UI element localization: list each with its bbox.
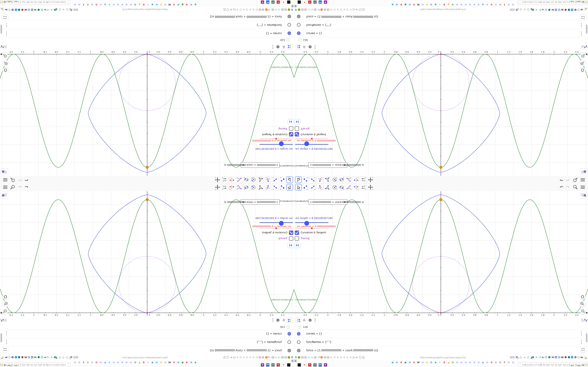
tab-favicon[interactable]: ✿ <box>164 361 167 364</box>
tool-caret-icon[interactable] <box>328 189 330 190</box>
algebra-panel-toggle-icon[interactable] <box>0 318 7 323</box>
play-step-button[interactable] <box>294 119 300 124</box>
curvature-tangent-checkbox[interactable] <box>289 231 293 235</box>
taskbar-screen-tool-button[interactable]: ▭ <box>287 363 291 367</box>
extension-folder-icon[interactable] <box>541 8 545 11</box>
extension-dot-icon[interactable] <box>21 356 24 359</box>
play-step-button[interactable] <box>288 119 294 124</box>
lock-icon[interactable] <box>223 356 226 359</box>
function-input-box[interactable]: 1.000000000000 + cos(4.000000000000 x) <box>308 199 347 205</box>
tool-polygon-button[interactable] <box>324 184 330 190</box>
tab-favicon[interactable]: f <box>82 361 85 364</box>
menu-icon[interactable] <box>3 177 8 183</box>
algebra-row[interactable]: funcs = {1.000000000000 + cos(4.00000000… <box>0 12 294 21</box>
globe-icon[interactable] <box>301 8 304 11</box>
tab-favicon[interactable]: ▲ <box>138 3 141 6</box>
tool-caret-icon[interactable] <box>229 189 231 190</box>
algebra-row[interactable]: funcNames = {" "}••• <box>294 338 588 347</box>
dot-icon[interactable] <box>249 8 252 11</box>
tab-favicon[interactable]: i <box>438 361 442 364</box>
tab-favicon[interactable]: ✿ <box>511 361 515 364</box>
tab-favicon[interactable]: G <box>95 3 98 6</box>
globe-icon[interactable] <box>284 8 287 11</box>
tool-caret-icon[interactable] <box>314 189 315 190</box>
settings-gear-icon[interactable] <box>308 318 312 323</box>
extension-M-icon[interactable]: M <box>551 8 554 11</box>
kite-icon[interactable] <box>291 356 294 359</box>
ghost-icon[interactable] <box>333 8 336 11</box>
globe-icon[interactable] <box>327 8 330 11</box>
extension-globe-icon[interactable] <box>545 356 548 359</box>
tab-favicon[interactable]: Я <box>442 3 446 6</box>
taskbar-purple-avatar-button[interactable]: ◉ <box>323 363 328 367</box>
row-menu-icon[interactable]: ••• <box>581 331 582 336</box>
extension-globe-icon[interactable] <box>40 356 43 359</box>
tool-caret-icon[interactable] <box>357 189 359 190</box>
folder-icon[interactable] <box>353 8 355 11</box>
ghost-icon[interactable] <box>255 356 258 359</box>
redo-button[interactable] <box>565 177 570 183</box>
extension-grid-icon[interactable] <box>554 356 557 359</box>
globe-icon[interactable] <box>304 8 307 11</box>
tab-favicon[interactable]: ✿ <box>468 3 472 6</box>
collapse-chevron-icon[interactable] <box>585 357 588 359</box>
tab-favicon[interactable]: ◉ <box>151 3 154 6</box>
dot-icon[interactable] <box>336 356 339 359</box>
kebab-menu-icon[interactable]: ••• <box>272 318 274 322</box>
function-input-box[interactable]: 1.000000000000 + cos(4.000000000000 x) <box>241 199 280 205</box>
row-menu-icon[interactable]: ••• <box>6 331 7 336</box>
extension-ring-icon[interactable] <box>8 8 11 11</box>
arc-length-slider[interactable] <box>259 144 293 145</box>
firefox-icon[interactable] <box>265 356 268 359</box>
tab-favicon[interactable]: ✿ <box>108 361 111 364</box>
tab-favicon[interactable]: ● <box>404 361 407 364</box>
arc-position-slider-handle[interactable] <box>275 227 277 229</box>
dot-icon[interactable] <box>336 8 339 11</box>
arc-length-slider[interactable] <box>259 222 293 223</box>
globe-icon[interactable] <box>304 356 307 359</box>
tab-favicon[interactable]: ✿ <box>473 361 476 364</box>
tool-caret-icon[interactable] <box>321 189 322 190</box>
tool-caret-icon[interactable] <box>237 189 238 190</box>
zoom-out-button[interactable] <box>2 53 8 58</box>
collapse-chevron-icon[interactable] <box>585 8 588 10</box>
collapse-chevron-icon[interactable] <box>0 357 3 359</box>
tab-favicon[interactable]: G <box>490 361 493 364</box>
settings-gear-icon[interactable] <box>276 44 280 49</box>
tab-favicon[interactable]: G <box>159 3 163 6</box>
tool-caret-icon[interactable] <box>258 177 260 178</box>
globe-icon[interactable] <box>284 356 287 359</box>
tab-favicon[interactable]: ● <box>181 361 184 364</box>
visibility-toggle-circle[interactable] <box>297 32 301 35</box>
olive-dot-icon[interactable] <box>287 356 290 359</box>
tab-favicon[interactable]: ✿ <box>464 361 467 364</box>
ring-icon[interactable] <box>245 8 248 11</box>
tool-circle-with-center-button[interactable] <box>251 184 257 190</box>
arc-length-slider[interactable] <box>295 144 329 145</box>
extension-plus-icon[interactable] <box>14 8 17 11</box>
extension-wrench-icon[interactable] <box>538 356 541 359</box>
tool-caret-icon[interactable] <box>321 177 322 178</box>
tool-ellipse-button[interactable] <box>338 177 345 183</box>
tool-caret-icon[interactable] <box>244 177 245 178</box>
home-button[interactable] <box>2 67 9 73</box>
tool-perpendicular-line-button[interactable] <box>317 184 323 190</box>
tab-favicon[interactable]: ◉ <box>434 361 437 364</box>
extension-M-icon[interactable]: M <box>551 356 554 359</box>
tab-favicon[interactable]: ✿ <box>78 361 81 364</box>
tab-favicon[interactable]: G <box>412 3 416 6</box>
ghost-icon[interactable] <box>330 8 333 11</box>
graphics-view[interactable]: -2.4-2.2-2-1.8-1.6-1.4-1.2-1-0.8-0.6-0.4… <box>0 191 294 316</box>
tool-perpendicular-line-button[interactable] <box>265 177 271 183</box>
arc-icon[interactable] <box>307 356 311 359</box>
tool-angle-button[interactable]: α <box>236 184 242 190</box>
dot-icon[interactable] <box>343 356 346 359</box>
ring-icon[interactable] <box>340 356 343 359</box>
tool-caret-icon[interactable] <box>364 177 366 178</box>
taskbar-red-settings-button[interactable]: ⚙ <box>308 0 312 4</box>
extension-dot-icon[interactable] <box>532 8 535 11</box>
extension-gear-icon[interactable] <box>11 356 14 359</box>
tab-favicon[interactable]: ● <box>181 3 184 6</box>
extension-W-icon[interactable]: W <box>561 8 564 11</box>
tab-favicon[interactable]: G <box>159 361 163 364</box>
